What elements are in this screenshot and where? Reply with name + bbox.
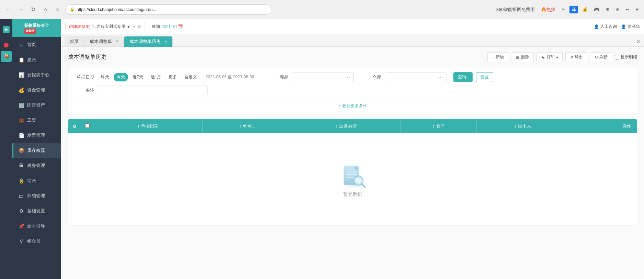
- tab-cost-adjust-close[interactable]: ✕: [115, 39, 118, 44]
- sidebar-item-新手引导[interactable]: 📌 新手引导: [12, 219, 61, 234]
- shortcut-today[interactable]: 今天: [114, 73, 128, 81]
- print-dropdown-icon: ▾: [556, 55, 558, 60]
- forward-button[interactable]: →: [16, 5, 25, 14]
- undo-btn[interactable]: ↩: [624, 5, 632, 13]
- brightness-btn[interactable]: ☀: [613, 5, 622, 13]
- new-btn[interactable]: + 新增: [487, 52, 508, 62]
- sidebar-label-归档管理: 归档管理: [27, 193, 45, 199]
- show-detail-input[interactable]: [615, 55, 619, 59]
- sidebar-item-基础设置[interactable]: ⚙ 基础设置: [12, 203, 61, 219]
- show-detail-label: 显示明细: [621, 54, 637, 60]
- back-button[interactable]: ←: [3, 5, 13, 14]
- ai-tool-btn[interactable]: 360智能抠图免费用: [494, 5, 537, 14]
- sidebar-item-资金管理[interactable]: 💰 资金管理: [12, 82, 61, 98]
- col-handler[interactable]: ↕ 经手人: [477, 119, 569, 133]
- product-dots[interactable]: ···: [345, 74, 350, 80]
- sidebar-item-发票管理[interactable]: 📄 发票管理: [12, 128, 61, 143]
- empty-state-row: 暂元数据: [68, 133, 637, 225]
- export-btn[interactable]: ↗ 导出: [565, 52, 587, 62]
- workspace-settings-icon[interactable]: ⚙: [137, 24, 141, 29]
- user-info[interactable]: 👤 徐泽华: [621, 24, 640, 30]
- wallet-btn[interactable]: 💰: [580, 5, 590, 13]
- col-warehouse[interactable]: ↕ 仓库: [400, 119, 477, 133]
- sidebar-label-税务管理: 税务管理: [27, 163, 45, 169]
- filter-area: 单据日期 昨天 今天 近7天 近1月 更多 自定义 2023-06-06 至 2…: [68, 67, 637, 114]
- date-filter-row: 单据日期 昨天 今天 近7天 近1月 更多 自定义 2023-06-06 至 2…: [74, 72, 631, 82]
- warehouse-selector[interactable]: ···: [385, 72, 447, 82]
- hot-search-btn[interactable]: 🔥热搜: [539, 5, 557, 14]
- help-btn[interactable]: 👤 人工咨询: [594, 24, 617, 30]
- shortcut-7days[interactable]: 近7天: [129, 73, 146, 81]
- sidebar-icon-固定资产: 🏢: [18, 102, 24, 108]
- remark-input-container[interactable]: [98, 86, 208, 95]
- export-label: 导出: [575, 54, 583, 60]
- sidebar-label-工资: 工资: [27, 117, 36, 123]
- settings-filter-btn[interactable]: 设置: [476, 72, 493, 82]
- date-shortcuts: 昨天 今天 近7天 近1月 更多 自定义: [98, 73, 200, 81]
- col-number[interactable]: ↕ 单号...: [202, 119, 292, 133]
- sidebar-item-归档管理[interactable]: 🗃 归档管理: [12, 188, 61, 203]
- menu-btn[interactable]: ≡: [634, 5, 641, 13]
- sidebar-item-结账[interactable]: 🔒 结账: [12, 173, 61, 188]
- bookmark-button[interactable]: ☆: [53, 5, 63, 14]
- app-wrapper: 畅 ⬤ 📦 畅捷通好会计 旗舰版 ⌂ 首页 📋 总账 📊 云报表中心 💰 资金管…: [0, 19, 644, 279]
- translate-btn[interactable]: 译: [569, 6, 578, 13]
- sidebar-icon-云报表中心: 📊: [18, 72, 24, 78]
- sidebar-item-工资[interactable]: 💼 工资: [12, 113, 61, 128]
- query-btn[interactable]: 查询: [453, 72, 473, 82]
- main-sidebar: 畅捷通好会计 旗舰版 ⌂ 首页 📋 总账 📊 云报表中心 💰 资金管理 🏢 固定…: [12, 19, 61, 279]
- help-icon: 👤: [594, 24, 599, 29]
- apps-btn[interactable]: ⊞: [603, 5, 611, 13]
- tab-cost-adjust[interactable]: 成本调整单 ✕: [84, 36, 124, 46]
- remark-input[interactable]: [98, 86, 207, 95]
- sidebar-item-固定资产[interactable]: 🏢 固定资产: [12, 98, 61, 113]
- workspace-plus-icon[interactable]: +: [133, 24, 135, 29]
- url-text: https://cloud.chanjet.com/accounting/uru…: [77, 7, 156, 12]
- shortcut-custom[interactable]: 自定义: [181, 73, 200, 81]
- user-name: 徐泽华: [628, 24, 640, 30]
- refresh-btn[interactable]: ↻ 刷新: [590, 52, 612, 62]
- sidebar-item-云报表中心[interactable]: 📊 云报表中心: [12, 67, 61, 82]
- collapse-btn[interactable]: ∧ 收起更多条件: [338, 103, 367, 109]
- sidebar-item-总账[interactable]: 📋 总账: [12, 52, 61, 67]
- period-label: 账期: [152, 24, 160, 30]
- shortcut-1month[interactable]: 近1月: [148, 73, 165, 81]
- col-settings[interactable]: ⚙: [68, 119, 81, 133]
- sidebar-item-税务管理[interactable]: 🏛 税务管理: [12, 158, 61, 173]
- sidebar-item-畅会员[interactable]: V 畅会员: [12, 234, 61, 249]
- col-warehouse-label: ↕ 仓库: [432, 123, 445, 129]
- warehouse-dots[interactable]: ···: [438, 74, 443, 80]
- sidebar-menu: ⌂ 首页 📋 总账 📊 云报表中心 💰 资金管理 🏢 固定资产 💼 工资 📄 发…: [12, 37, 61, 249]
- tab-bar-close-btn[interactable]: ✕: [636, 38, 641, 46]
- icon-sidebar-active[interactable]: 📦: [1, 51, 12, 62]
- sidebar-item-库存核算[interactable]: 📦 库存核算: [12, 143, 61, 158]
- scissors-btn[interactable]: ✂: [560, 5, 567, 13]
- header-actions: + 新增 🗑 删除 🖨 打印 ▾ ↗ 导出: [487, 52, 637, 62]
- tab-cost-adjust-history-close[interactable]: ✕: [164, 40, 167, 44]
- top-bar-right: 👤 人工咨询 👤 徐泽华: [594, 24, 640, 30]
- sidebar-label-云报表中心: 云报表中心: [27, 72, 49, 78]
- home-button[interactable]: ⌂: [41, 5, 50, 14]
- workspace-selector[interactable]: (勿删勿禁用) 江西服宝测试专用 ▾ + ⚙: [65, 22, 145, 31]
- reload-button[interactable]: ↻: [28, 5, 38, 14]
- icon-sidebar-weibo[interactable]: ⬤: [1, 39, 12, 50]
- shortcut-more[interactable]: 更多: [166, 73, 180, 81]
- select-all-checkbox[interactable]: [85, 123, 90, 128]
- calendar-icon[interactable]: 📅: [178, 24, 183, 29]
- sidebar-logo: 畅捷通好会计 旗舰版: [12, 19, 61, 37]
- table-body: 暂元数据: [68, 133, 637, 225]
- sidebar-item-首页[interactable]: ⌂ 首页: [12, 37, 61, 52]
- settings-col-icon: ⚙: [72, 124, 77, 129]
- tab-cost-adjust-history[interactable]: 成本调整单历史 ✕: [124, 36, 172, 47]
- col-type[interactable]: ↕ 业务类型: [292, 119, 400, 133]
- delete-btn[interactable]: 🗑 删除: [511, 52, 534, 62]
- product-selector[interactable]: ···: [292, 72, 354, 82]
- show-detail-checkbox[interactable]: 显示明细: [615, 54, 637, 60]
- col-date[interactable]: ↕ 单据日期: [94, 119, 203, 133]
- print-btn[interactable]: 🖨 打印 ▾: [536, 52, 563, 62]
- address-bar[interactable]: 🔒 https://cloud.chanjet.com/accounting/u…: [65, 4, 271, 15]
- game-btn[interactable]: 🎮: [592, 5, 601, 13]
- shortcut-yesterday[interactable]: 昨天: [98, 73, 112, 81]
- col-checkbox[interactable]: [81, 119, 94, 133]
- tab-home[interactable]: 首页: [65, 36, 84, 46]
